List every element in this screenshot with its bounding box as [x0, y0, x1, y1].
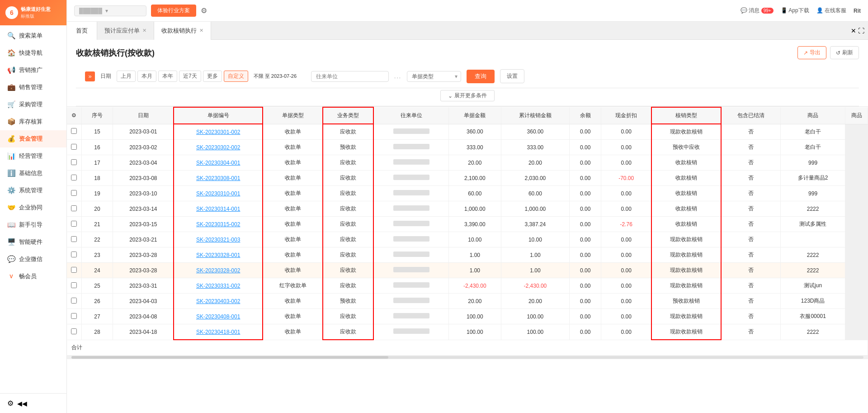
doc-no-link[interactable]: SK-20230310-001 [196, 190, 240, 197]
tab-collection[interactable]: 收款核销执行 ✕ [154, 22, 211, 40]
td-checkbox[interactable] [67, 217, 81, 232]
td-checkbox[interactable] [67, 294, 81, 309]
horizontal-scrollbar[interactable] [67, 356, 868, 359]
td-amount: 60.00 [449, 186, 501, 201]
settings-icon[interactable]: ⚙ [7, 399, 14, 408]
doc-no-link[interactable]: SK-20230328-002 [196, 267, 240, 274]
operations-icon: 📊 [7, 152, 15, 160]
sidebar-item-quicknav[interactable]: 🏠 快捷导航 [0, 44, 66, 62]
td-amount: 10.00 [449, 232, 501, 247]
industry-solution-button[interactable]: 体验行业方案 [151, 5, 196, 17]
doc-no-link[interactable]: SK-20230321-003 [196, 237, 240, 243]
td-cumulative: 100.00 [501, 324, 570, 340]
this-month-btn[interactable]: 本月 [137, 71, 156, 82]
wechat-icon: 💬 [7, 255, 15, 263]
doc-no-link[interactable]: SK-20230315-002 [196, 221, 240, 228]
sidebar-item-sales[interactable]: 💼 销售管理 [0, 79, 66, 96]
td-checkbox[interactable] [67, 201, 81, 217]
query-button[interactable]: 查询 [467, 70, 495, 83]
export-button[interactable]: ↗ 导出 [797, 46, 826, 59]
sidebar-item-enterprise[interactable]: 🤝 企业协同 [0, 199, 66, 216]
user-avatar[interactable]: Rit [854, 8, 861, 14]
sidebar-item-guide[interactable]: 📖 新手引导 [0, 216, 66, 233]
tab-fullscreen-icon[interactable]: ⛶ [858, 27, 864, 34]
td-checkbox[interactable] [67, 324, 81, 340]
td-checkbox[interactable] [67, 309, 81, 324]
td-checkbox[interactable] [67, 140, 81, 155]
sidebar-item-finance[interactable]: 💰 资金管理 [0, 130, 66, 147]
doc-no-link[interactable]: SK-20230418-001 [196, 329, 240, 335]
last-month-btn[interactable]: 上月 [117, 71, 136, 82]
td-checkbox[interactable] [67, 186, 81, 201]
sidebar-item-member[interactable]: V 畅会员 [0, 268, 66, 285]
td-checkbox[interactable] [67, 171, 81, 186]
sidebar-item-basic[interactable]: ℹ️ 基础信息 [0, 165, 66, 182]
td-checkbox[interactable] [67, 263, 81, 278]
doc-no-link[interactable]: SK-20230314-001 [196, 206, 240, 212]
td-checkbox[interactable] [67, 278, 81, 294]
online-service-icon[interactable]: 👤 在线客服 [816, 7, 846, 14]
tab-home[interactable]: 首页 [67, 22, 97, 40]
doc-no-link[interactable]: SK-20230308-001 [196, 175, 240, 181]
td-checkbox[interactable] [67, 124, 81, 140]
td-goods: 999 [781, 155, 845, 171]
collapse-icon[interactable]: ◀◀ [17, 400, 27, 407]
user-name: Rit [854, 8, 861, 14]
tab-close-receivable-icon[interactable]: ✕ [142, 28, 146, 33]
td-cumulative: 100.00 [501, 309, 570, 324]
td-checkbox[interactable] [67, 247, 81, 263]
last-7days-btn[interactable]: 近7天 [179, 71, 201, 82]
table-footer: 合计 [67, 340, 868, 356]
filter-toggle-button[interactable]: » [85, 71, 95, 81]
doc-no-link[interactable]: SK-20230301-002 [196, 129, 240, 135]
sidebar-item-hardware[interactable]: 🖥️ 智能硬件 [0, 233, 66, 251]
td-goods2 [845, 324, 868, 340]
th-no: 序号 [81, 107, 113, 124]
tab-close-all-icon[interactable]: ✕ [851, 27, 856, 34]
app-download-icon[interactable]: 📱 App下载 [781, 7, 809, 14]
sidebar-item-search[interactable]: 🔍 搜索菜单 [0, 27, 66, 44]
message-icon[interactable]: 💬 消息 99+ [741, 7, 774, 14]
td-partner [373, 201, 448, 217]
dropdown-arrow-icon: ▾ [105, 8, 108, 14]
doc-no-link[interactable]: SK-20230328-001 [196, 252, 240, 258]
td-cash-discount: 0.00 [601, 201, 652, 217]
doc-no-link[interactable]: SK-20230304-001 [196, 160, 240, 166]
tab-close-collection-icon[interactable]: ✕ [199, 28, 203, 33]
td-partner [373, 309, 448, 324]
doc-no-link[interactable]: SK-20230331-002 [196, 283, 240, 289]
this-year-btn[interactable]: 本年 [158, 71, 177, 82]
sidebar-item-purchase[interactable]: 🛒 采购管理 [0, 96, 66, 113]
expand-conditions-button[interactable]: ⌄ 展开更多条件 [440, 90, 495, 101]
sidebar-item-wechat[interactable]: 💬 企业微信 [0, 251, 66, 268]
td-cancel-type: 现款收款核销 [651, 324, 721, 340]
more-date-btn[interactable]: 更多 [203, 71, 222, 82]
sidebar-item-operations[interactable]: 📊 经营管理 [0, 147, 66, 165]
table-total-row: 合计 [67, 340, 868, 356]
search-placeholder: ██████ [79, 8, 102, 14]
service-label: 在线客服 [825, 7, 846, 14]
partner-filter-input[interactable] [311, 71, 389, 82]
tab-receivable[interactable]: 预计应应付单 ✕ [97, 22, 154, 40]
th-settings[interactable]: ⚙ [67, 107, 81, 124]
td-checkbox[interactable] [67, 155, 81, 171]
doc-no-link[interactable]: SK-20230408-001 [196, 313, 240, 320]
tabs-controls: ✕ ⛶ [851, 27, 868, 34]
sidebar-item-inventory[interactable]: 📦 库存核算 [0, 113, 66, 130]
setting-button[interactable]: 设置 [500, 69, 524, 83]
sidebar-item-system[interactable]: ⚙️ 系统管理 [0, 182, 66, 199]
doc-type-filter-select[interactable]: 单据类型 [407, 71, 461, 82]
doc-no-link[interactable]: SK-20230302-002 [196, 144, 240, 151]
doc-no-link[interactable]: SK-20230403-002 [196, 298, 240, 304]
td-date: 2023-03-04 [113, 155, 174, 171]
td-balance: 0.00 [570, 155, 601, 171]
custom-date-btn[interactable]: 自定义 [224, 71, 248, 82]
td-goods: 2222 [781, 263, 845, 278]
td-checkbox[interactable] [67, 232, 81, 247]
sidebar-item-marketing[interactable]: 📢 营销推广 [0, 62, 66, 79]
table-row: 24 2023-03-28 SK-20230328-002 收款单 应收款 1.… [67, 263, 868, 278]
settings-gear-icon[interactable]: ⚙ [201, 6, 207, 15]
tab-home-label: 首页 [76, 27, 88, 35]
refresh-button[interactable]: ↺ 刷新 [830, 46, 859, 59]
td-balance: 0.00 [570, 140, 601, 155]
